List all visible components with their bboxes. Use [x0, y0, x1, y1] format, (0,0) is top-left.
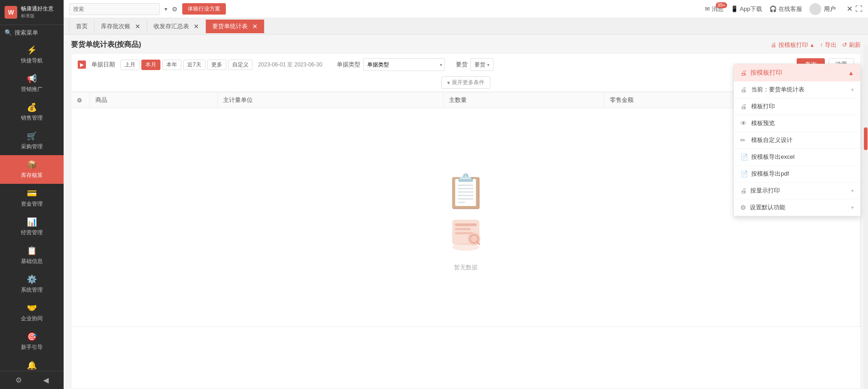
topbar-search-input[interactable] — [69, 3, 160, 15]
date-btn-this-month[interactable]: 本月 — [141, 60, 160, 70]
dropdown-header-content: 🖨 按模板打印 — [740, 69, 782, 77]
svg-rect-3 — [455, 228, 471, 230]
tab-order-summary-close[interactable]: ✕ — [252, 23, 258, 30]
scrollbar-right[interactable] — [863, 45, 868, 389]
app-name: 畅康通好生意 — [21, 5, 54, 13]
export-pdf-icon: 📄 — [740, 170, 748, 177]
app-download-btn[interactable]: 📱 App下载 — [731, 5, 762, 13]
online-service-label: 在线客服 — [778, 5, 802, 13]
dropdown-export-pdf[interactable]: 📄 按模板导出pdf — [734, 166, 860, 182]
order-status-arrow: ▾ — [487, 62, 489, 67]
scrollbar-thumb — [864, 127, 868, 150]
date-btn-more[interactable]: 更多 — [207, 60, 226, 70]
sidebar-item-appstore[interactable]: 🔔 应用中心 — [0, 356, 64, 371]
window-controls: ✕ ⛶ — [847, 5, 863, 13]
date-btn-custom[interactable]: 自定义 — [228, 60, 253, 70]
dropdown-default-func[interactable]: ⚙ 设置默认功能 ▾ — [734, 199, 860, 216]
sidebar-item-inventory[interactable]: 📦 库存核算 — [0, 155, 64, 184]
dropdown-template-design[interactable]: ✏ 模板自定义设计 — [734, 132, 860, 149]
tab-inventory-batch-close[interactable]: ✕ — [135, 23, 140, 30]
date-btn-this-year[interactable]: 本年 — [162, 60, 181, 70]
refresh-label: 刷新 — [849, 41, 861, 49]
tab-inventory-batch-label: 库存批次账 — [101, 22, 130, 30]
dropdown-header: 🖨 按模板打印 ▲ — [734, 64, 860, 81]
tabs-bar: 首页 库存批次账 ✕ 收发存汇总表 ✕ 要货单统计表 ✕ — [64, 18, 868, 35]
current-template-arrow: ▾ — [851, 87, 854, 93]
user-btn[interactable]: 用户 — [809, 3, 836, 15]
sidebar-item-label: 基础信息 — [21, 258, 43, 265]
dropdown-template-print[interactable]: 🖨 模板打印 — [734, 98, 860, 115]
sidebar-item-label: 企业协同 — [21, 315, 43, 323]
sidebar-item-basic[interactable]: 📋 基础信息 — [0, 241, 64, 270]
appstore-icon: 🔔 — [27, 360, 37, 370]
order-status-text: 要货 — [474, 61, 485, 69]
empty-text: 暂无数据 — [454, 263, 478, 272]
export-pdf-label: 按模板导出pdf — [751, 170, 789, 178]
tab-order-summary[interactable]: 要货单统计表 ✕ — [206, 20, 264, 33]
marketing-icon: 📢 — [27, 74, 37, 84]
refresh-btn[interactable]: ↺ 刷新 — [842, 41, 861, 49]
trial-btn[interactable]: 体验行业方案 — [182, 3, 226, 15]
template-preview-label: 模板预览 — [751, 119, 775, 127]
tab-collect-summary[interactable]: 收发存汇总表 ✕ — [147, 20, 206, 33]
sidebar-item-sales[interactable]: 💰 销售管理 — [0, 98, 64, 126]
settings-footer-btn[interactable]: ⚙ — [15, 376, 22, 384]
date-btn-last-month[interactable]: 上月 — [120, 60, 140, 70]
sidebar-item-label: 经营管理 — [21, 229, 43, 237]
topbar-search-dropdown[interactable]: ▾ — [165, 6, 167, 12]
sidebar-item-purchase[interactable]: 🛒 采购管理 — [0, 126, 64, 155]
print-dropdown-arrow[interactable]: ▲ — [810, 42, 815, 48]
window-max-btn[interactable]: ⛶ — [855, 5, 863, 13]
sidebar-item-label: 营销推广 — [21, 86, 43, 93]
expand-more-btn[interactable]: ▾ 展开更多条件 — [441, 76, 490, 89]
dropdown-template-preview[interactable]: 👁 模板预览 — [734, 115, 860, 132]
export-btn[interactable]: ↑ 导出 — [820, 41, 837, 49]
sidebar-item-system[interactable]: ⚙️ 系统管理 — [0, 270, 64, 298]
display-print-arrow: ▾ — [851, 188, 854, 194]
messages-btn[interactable]: ✉ 消息 99+ — [705, 5, 723, 13]
col-settings-icon[interactable]: ⚙ — [77, 97, 82, 104]
dropdown-export-excel[interactable]: 📄 按模板导出excel — [734, 149, 860, 166]
sidebar-item-quick-nav[interactable]: ⚡ 快捷导航 — [0, 40, 64, 69]
default-func-label: 设置默认功能 — [750, 203, 785, 212]
window-close-btn[interactable]: ✕ — [847, 5, 853, 13]
sidebar-item-cooperation[interactable]: 🤝 企业协同 — [0, 298, 64, 327]
order-status-filter: 要货 要货 ▾ — [456, 58, 494, 71]
search-label: 搜索菜单 — [15, 29, 38, 37]
filter-expand-icon[interactable]: ▶ — [78, 61, 86, 69]
print-template-btn[interactable]: 🖨 按模板打印 ▲ — [771, 41, 815, 49]
tab-inventory-batch[interactable]: 库存批次账 ✕ — [95, 20, 147, 33]
sidebar-item-guide[interactable]: 🎯 新手引导 — [0, 327, 64, 356]
export-excel-icon: 📄 — [740, 153, 748, 161]
sales-icon: 💰 — [27, 102, 37, 112]
sidebar-item-marketing[interactable]: 📢 营销推广 — [0, 69, 64, 98]
sidebar-search[interactable]: 🔍 搜索菜单 — [0, 25, 64, 40]
topbar-gear-icon[interactable]: ⚙ — [172, 5, 178, 13]
tab-collect-summary-close[interactable]: ✕ — [194, 23, 199, 30]
dropdown-display-print[interactable]: 🖨 按显示打印 ▾ — [734, 182, 860, 199]
template-print-label: 模板打印 — [751, 102, 775, 111]
online-service-btn[interactable]: 🎧 在线客服 — [769, 5, 802, 13]
sidebar-item-finance[interactable]: 💳 资金管理 — [0, 184, 64, 212]
inventory-icon: 📦 — [27, 160, 37, 170]
dropdown-close-arrow[interactable]: ▲ — [848, 70, 854, 76]
finance-icon: 💳 — [27, 188, 37, 198]
purchase-icon: 🛒 — [27, 131, 37, 141]
doc-type-select-wrap: 单据类型 ▾ — [363, 58, 445, 71]
expand-icon: ▾ — [447, 80, 450, 86]
app-info: 畅康通好生意 标准版 — [21, 5, 54, 19]
print-icon: 🖨 — [771, 41, 777, 48]
order-status-input[interactable]: 要货 ▾ — [470, 58, 494, 71]
phone-icon: 📱 — [731, 5, 738, 12]
sidebar-item-label: 新手引导 — [21, 344, 43, 351]
topbar: ▾ ⚙ 体验行业方案 ✉ 消息 99+ 📱 App下载 🎧 在线客服 用户 ✕ — [64, 0, 868, 18]
collapse-footer-btn[interactable]: ◀ — [43, 376, 49, 384]
sidebar-item-operation[interactable]: 📊 经营管理 — [0, 212, 64, 241]
dropdown-current[interactable]: 🖨 当前：要货单统计表 ▾ — [734, 81, 860, 98]
date-btn-7days[interactable]: 近7天 — [183, 60, 205, 70]
tab-home[interactable]: 首页 — [69, 20, 95, 33]
doc-type-select[interactable]: 单据类型 — [363, 58, 445, 71]
date-btns: 上月 本月 本年 近7天 更多 自定义 — [120, 60, 253, 70]
export-icon: ↑ — [820, 41, 823, 48]
app-version: 标准版 — [21, 13, 54, 19]
